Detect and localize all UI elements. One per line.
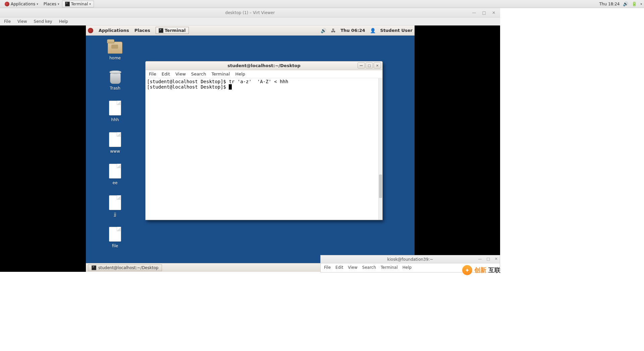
host-applications-menu[interactable]: Applications ▾ xyxy=(2,1,41,7)
gnome-foot-icon xyxy=(88,28,93,33)
file-icon xyxy=(109,195,121,210)
file-icon xyxy=(109,132,121,147)
minimize-icon[interactable]: — xyxy=(472,10,476,15)
desktop-icon-ee[interactable]: ee xyxy=(104,164,126,185)
network-icon[interactable]: 🖧 xyxy=(331,28,336,33)
desktop-icon-jj[interactable]: jj xyxy=(104,195,126,217)
desktop-icon-label: ee xyxy=(113,181,118,185)
guest-terminal-window[interactable]: student@localhost:~/Desktop — □ ✕ File E… xyxy=(145,61,383,220)
virt-viewer-title: desktop (1) – Virt Viewer xyxy=(225,10,275,15)
guest-applications-menu[interactable]: Applications xyxy=(99,28,129,33)
terminal-icon xyxy=(92,265,96,270)
ht-menu-terminal[interactable]: Terminal xyxy=(381,265,398,270)
vv-menu-sendkey[interactable]: Send key xyxy=(33,18,54,24)
file-icon xyxy=(109,227,121,242)
chevron-down-icon: ▾ xyxy=(58,2,59,6)
terminal-cursor xyxy=(229,84,232,90)
desktop-icon-label: jj xyxy=(114,212,116,217)
terminal-icon xyxy=(159,28,163,33)
virt-viewer-menubar: File View Send key Help xyxy=(0,17,500,26)
close-icon[interactable]: ✕ xyxy=(492,10,495,15)
minimize-button[interactable]: — xyxy=(358,62,365,68)
maximize-icon[interactable]: □ xyxy=(486,257,490,261)
guest-user-label[interactable]: Student User xyxy=(380,28,413,33)
terminal-icon xyxy=(65,2,70,6)
ht-menu-view[interactable]: View xyxy=(348,265,357,270)
terminal-line: [student@localhost Desktop]$ tr 'a-z' 'A… xyxy=(147,79,288,84)
guest-terminal-menubar: File Edit View Search Terminal Help xyxy=(146,70,382,78)
host-terminal-task-label: Terminal xyxy=(71,2,88,6)
folder-home-icon xyxy=(108,42,122,54)
host-clock[interactable]: Thu 18:24 xyxy=(599,2,620,6)
file-icon xyxy=(109,164,121,179)
virt-viewer-viewport: Applications Places Terminal 🔊 🖧 Thu 06:… xyxy=(0,26,500,272)
desktop-icon-label: www xyxy=(110,149,120,154)
volume-icon[interactable]: 🔊 xyxy=(321,28,326,33)
guest-terminal-panel-task[interactable]: Terminal xyxy=(156,27,189,34)
desktop-icon-label: Trash xyxy=(110,86,120,91)
gt-menu-help[interactable]: Help xyxy=(235,71,245,77)
ht-menu-edit[interactable]: Edit xyxy=(335,265,343,270)
watermark-text: 互联 xyxy=(488,266,500,274)
gt-menu-terminal[interactable]: Terminal xyxy=(211,71,230,77)
gnome-foot-icon xyxy=(5,2,9,6)
desktop-icon-trash[interactable]: Trash xyxy=(104,70,126,91)
vv-menu-file[interactable]: File xyxy=(3,18,12,24)
close-icon[interactable]: ✕ xyxy=(495,257,498,261)
desktop-icon-label: home xyxy=(109,56,121,60)
vv-menu-help[interactable]: Help xyxy=(58,18,69,24)
terminal-scrollbar[interactable] xyxy=(378,78,382,220)
desktop-icon-label: file xyxy=(112,244,118,248)
host-top-panel: Applications ▾ Places ▾ Terminal ▾ Thu 1… xyxy=(0,0,644,8)
guest-terminal-titlebar[interactable]: student@localhost:~/Desktop — □ ✕ xyxy=(146,61,382,70)
minimize-icon[interactable]: — xyxy=(478,257,482,261)
maximize-icon[interactable]: □ xyxy=(482,10,486,15)
close-button[interactable]: ✕ xyxy=(374,62,381,68)
desktop-icon-www[interactable]: www xyxy=(104,132,126,154)
gt-menu-file[interactable]: File xyxy=(149,71,156,77)
chevron-down-icon: ▾ xyxy=(37,2,38,6)
chevron-down-icon[interactable]: ▾ xyxy=(640,2,642,6)
trash-icon xyxy=(109,70,121,84)
guest-terminal-title: student@localhost:~/Desktop xyxy=(227,63,301,68)
guest-taskbar-task-label: student@localhost:~/Desktop xyxy=(98,265,158,270)
host-places-menu[interactable]: Places ▾ xyxy=(41,1,62,7)
ht-menu-help[interactable]: Help xyxy=(402,265,412,270)
chevron-down-icon: ▾ xyxy=(89,2,91,6)
battery-icon[interactable]: 🔋 xyxy=(632,1,637,6)
ht-menu-search[interactable]: Search xyxy=(362,265,376,270)
watermark: ✦ 创新互联 xyxy=(462,265,500,275)
guest-clock[interactable]: Thu 06:24 xyxy=(340,28,365,33)
virt-viewer-titlebar: desktop (1) – Virt Viewer — □ ✕ xyxy=(0,8,500,17)
guest-terminal-panel-label: Terminal xyxy=(165,28,186,33)
host-terminal-title: kiosk@foundation39:~ xyxy=(387,257,433,262)
host-places-label: Places xyxy=(44,2,56,6)
user-icon: 👤 xyxy=(370,28,376,33)
file-icon xyxy=(109,101,121,115)
terminal-line: [student@localhost Desktop]$ xyxy=(147,84,229,90)
gt-menu-edit[interactable]: Edit xyxy=(162,71,170,77)
ht-menu-file[interactable]: File xyxy=(324,265,331,270)
scrollbar-thumb[interactable] xyxy=(379,174,382,198)
guest-terminal-body[interactable]: [student@localhost Desktop]$ tr 'a-z' 'A… xyxy=(146,78,382,220)
host-terminal-task[interactable]: Terminal ▾ xyxy=(62,1,94,7)
desktop-icon-hhh[interactable]: hhh xyxy=(104,101,126,122)
maximize-button[interactable]: □ xyxy=(366,62,373,68)
desktop-icon-label: hhh xyxy=(111,117,119,122)
gt-menu-search[interactable]: Search xyxy=(191,71,206,77)
watermark-text: 创新 xyxy=(474,266,486,274)
gt-menu-view[interactable]: View xyxy=(175,71,186,77)
host-applications-label: Applications xyxy=(11,2,35,6)
guest-desktop[interactable]: Applications Places Terminal 🔊 🖧 Thu 06:… xyxy=(86,26,415,272)
guest-places-menu[interactable]: Places xyxy=(135,28,150,33)
vv-menu-view[interactable]: View xyxy=(16,18,28,24)
volume-icon[interactable]: 🔊 xyxy=(623,1,628,6)
guest-taskbar-task[interactable]: student@localhost:~/Desktop xyxy=(88,264,162,271)
watermark-badge-icon: ✦ xyxy=(462,265,472,275)
host-terminal-titlebar[interactable]: kiosk@foundation39:~ — □ ✕ xyxy=(321,255,500,263)
guest-top-panel: Applications Places Terminal 🔊 🖧 Thu 06:… xyxy=(86,26,415,36)
desktop-icons: home Trash hhh www ee jj xyxy=(104,42,126,248)
desktop-icon-home[interactable]: home xyxy=(104,42,126,60)
desktop-icon-file[interactable]: file xyxy=(104,227,126,248)
